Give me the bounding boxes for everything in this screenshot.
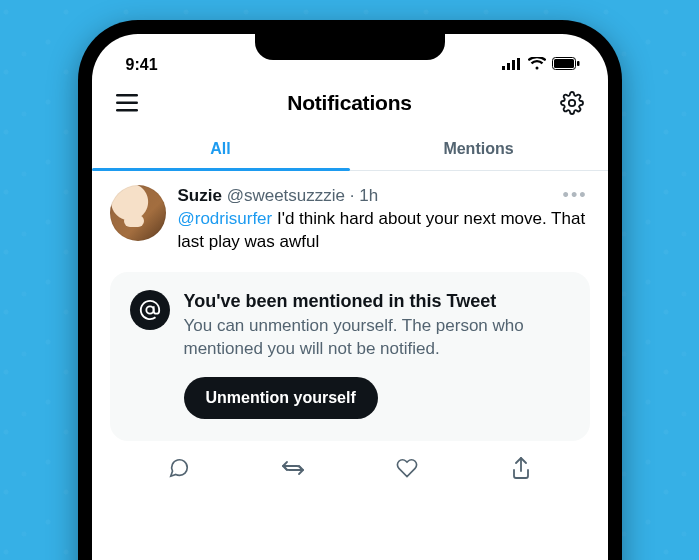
tweet-text: @rodrisurfer I'd think hard about your n… [178, 208, 590, 254]
phone-screen: 9:41 Notifications [92, 34, 608, 560]
tweet-time-sep: · [345, 186, 359, 205]
callout-title: You've been mentioned in this Tweet [184, 290, 570, 313]
wifi-icon [528, 56, 546, 74]
svg-point-11 [146, 306, 153, 313]
like-button[interactable] [394, 455, 420, 481]
tweet-mention[interactable]: @rodrisurfer [178, 209, 273, 228]
svg-rect-0 [502, 66, 505, 70]
svg-rect-3 [517, 58, 520, 70]
avatar[interactable] [110, 185, 166, 241]
tweet-body: Suzie @sweetsuzzzie · 1h @rodrisurfer I'… [178, 185, 590, 254]
app-header: Notifications [92, 76, 608, 126]
settings-button[interactable] [559, 90, 585, 116]
battery-icon [552, 56, 580, 74]
unmention-button[interactable]: Unmention yourself [184, 377, 378, 419]
reply-button[interactable] [166, 455, 192, 481]
svg-point-10 [569, 100, 575, 106]
tweet-time: 1h [359, 186, 378, 205]
more-button[interactable]: ••• [563, 185, 588, 206]
svg-rect-8 [116, 102, 138, 105]
notification-item[interactable]: Suzie @sweetsuzzzie · 1h @rodrisurfer I'… [92, 171, 608, 264]
tweet-author-handle[interactable]: @sweetsuzzzie [227, 186, 345, 205]
retweet-button[interactable] [280, 455, 306, 481]
phone-notch [255, 34, 445, 60]
status-time: 9:41 [126, 56, 158, 74]
svg-rect-6 [577, 61, 580, 66]
svg-rect-5 [554, 59, 574, 68]
svg-rect-9 [116, 109, 138, 112]
at-icon [130, 290, 170, 330]
share-button[interactable] [508, 455, 534, 481]
tweet-author-name[interactable]: Suzie [178, 186, 222, 205]
unmention-callout: You've been mentioned in this Tweet You … [110, 272, 590, 441]
tab-all[interactable]: All [92, 126, 350, 170]
phone-frame: 9:41 Notifications [78, 20, 622, 560]
svg-rect-2 [512, 60, 515, 70]
tabs: All Mentions [92, 126, 608, 171]
notification-feed[interactable]: Suzie @sweetsuzzzie · 1h @rodrisurfer I'… [92, 171, 608, 560]
tweet-action-bar [92, 441, 608, 487]
callout-text: You've been mentioned in this Tweet You … [184, 290, 570, 419]
page-title: Notifications [287, 91, 412, 115]
svg-rect-7 [116, 94, 138, 97]
menu-button[interactable] [114, 90, 140, 116]
cellular-icon [502, 56, 522, 74]
status-indicators [502, 56, 580, 74]
callout-subtitle: You can unmention yourself. The person w… [184, 315, 570, 361]
svg-rect-1 [507, 63, 510, 70]
tab-mentions[interactable]: Mentions [350, 126, 608, 170]
tweet-header-line: Suzie @sweetsuzzzie · 1h [178, 185, 590, 208]
